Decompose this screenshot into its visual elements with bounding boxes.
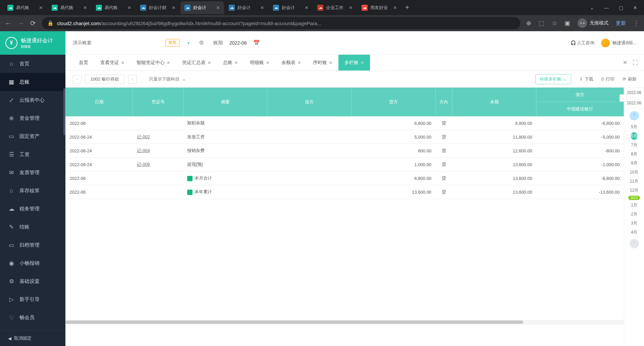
window-close-icon[interactable]: ✕ <box>633 5 637 10</box>
period-month[interactable]: 11月 <box>627 177 641 186</box>
table-row[interactable]: 2022-06-24 记-002 发放工资 5,000.00 贷 11,800.… <box>66 130 624 144</box>
extensions-icon[interactable]: ▣ <box>565 19 570 27</box>
tab-close-icon[interactable]: ✕ <box>266 60 269 65</box>
sidebar-item[interactable]: ☰ 工资 <box>0 145 65 163</box>
tab-close-icon[interactable]: ✕ <box>349 5 353 10</box>
fullscreen-icon[interactable]: ⛶ <box>633 60 638 66</box>
period-value[interactable]: 2022-06 <box>229 40 247 46</box>
new-tab-button[interactable]: + <box>402 4 413 11</box>
special-multi-column-button[interactable]: 特殊多栏账 ⌄ <box>535 74 571 84</box>
period-month[interactable]: 8月 <box>627 150 641 159</box>
consult-link[interactable]: 🎧 人工咨询 <box>571 40 595 46</box>
tab-close-icon[interactable]: ✕ <box>172 5 176 10</box>
period-month[interactable]: 12月 <box>627 186 641 195</box>
tab-close-icon[interactable]: ✕ <box>361 60 364 65</box>
sidebar-item[interactable]: ♡ 畅会员 <box>0 308 65 327</box>
window-maximize-icon[interactable]: ▢ <box>619 5 623 10</box>
browser-tab[interactable]: ☁ 好会计财 ✕ <box>136 1 180 14</box>
tab-close-icon[interactable]: ✕ <box>305 5 309 10</box>
tab-close-icon[interactable]: ✕ <box>127 5 131 10</box>
period-month[interactable]: 5月 <box>627 122 641 132</box>
sidebar-item[interactable]: ⊕ 资金管理 <box>0 109 65 127</box>
scroll-up-icon[interactable]: ˄ <box>630 111 639 120</box>
table-row[interactable]: 2022-06 本年累计 13,600.00 贷 13,600.00 -13,6… <box>66 185 624 199</box>
tab-close-icon[interactable]: ✕ <box>167 60 170 65</box>
window-dropdown-icon[interactable]: ⌄ <box>590 5 594 10</box>
account-set-label[interactable]: 演示账套 <box>73 40 92 46</box>
window-minimize-icon[interactable]: — <box>604 5 609 10</box>
page-tab[interactable]: 序时账✕ <box>307 55 338 70</box>
sidebar-item[interactable]: ▭ 归档管理 <box>0 236 65 254</box>
tab-close-icon[interactable]: ✕ <box>39 5 43 10</box>
sidebar-item[interactable]: ⤢ 云报表中心 <box>0 91 65 109</box>
page-tab[interactable]: 首页 <box>73 55 94 70</box>
address-bar[interactable]: 🔒 cloud2.chanjet.com /accounting/uh26t26… <box>42 17 520 29</box>
period-end[interactable]: 2022.06 <box>624 98 644 108</box>
tab-close-icon[interactable]: ✕ <box>234 60 238 65</box>
table-row[interactable]: 2022-06 期初余额 6,800.00 贷 6,800.00 -6,800.… <box>66 116 624 130</box>
print-button[interactable]: ⎙ 打印 <box>601 76 614 82</box>
sidebar-item[interactable]: ▷ 新手引导 <box>0 290 65 308</box>
page-tab[interactable]: 余额表✕ <box>275 55 307 70</box>
sidebar-item[interactable]: ☁ 税务管理 <box>0 200 65 218</box>
browser-tab[interactable]: ☁ 好会计 ✕ <box>269 1 313 14</box>
download-button[interactable]: ⇩ 下载 <box>579 76 593 82</box>
tab-close-icon[interactable]: ✕ <box>298 60 301 65</box>
voucher-link[interactable]: 记-004 <box>137 148 150 153</box>
tab-close-icon[interactable]: ✕ <box>121 60 124 65</box>
bookmark-icon[interactable]: ☆ <box>552 19 557 27</box>
tab-close-icon[interactable]: ✕ <box>208 60 211 65</box>
sidebar-item[interactable]: ✎ 结账 <box>0 218 65 236</box>
sidebar-item[interactable]: ▭ 固定资产 <box>0 127 65 145</box>
scrollbar-thumb[interactable] <box>65 320 523 324</box>
table-row[interactable]: 2022-06 本月合计 6,800.00 贷 13,600.00 -6,800… <box>66 171 624 185</box>
period-month[interactable]: 10月 <box>627 168 641 177</box>
browser-tab[interactable]: ☁ 用友好业 ✕ <box>358 1 401 14</box>
gear-icon[interactable]: ⚙ <box>199 39 204 46</box>
sidebar-unpin[interactable]: ◀ 取消固定 <box>0 330 65 346</box>
zoom-icon[interactable]: ⊕ <box>526 19 531 27</box>
period-month[interactable]: 3月 <box>631 219 637 228</box>
period-month[interactable]: 6月 <box>631 132 637 140</box>
sidebar-item[interactable]: ⚙ 基础设置 <box>0 272 65 290</box>
account-selector[interactable]: 1002 银行存款 <box>85 75 125 84</box>
sidebar-item[interactable]: ⌂ 库存核算 <box>0 182 65 200</box>
tab-close-icon[interactable]: ✕ <box>83 5 87 10</box>
update-button[interactable]: 更新 <box>616 20 626 27</box>
tab-close-icon[interactable]: ✕ <box>260 5 264 10</box>
table-row[interactable]: 2022-06-24 记-004 报销杂费 800.00 贷 12,600.00… <box>66 144 624 158</box>
browser-menu-icon[interactable]: ⋮ <box>633 19 639 27</box>
translate-icon[interactable]: ⬚ <box>539 19 544 27</box>
page-tab[interactable]: 明细账✕ <box>244 55 275 70</box>
tab-close-icon[interactable]: ✕ <box>393 5 397 10</box>
page-tab[interactable]: 多栏账✕ <box>338 55 370 70</box>
browser-tab[interactable]: ☁ 易代账 ✕ <box>92 1 136 14</box>
chevron-down-icon[interactable]: ▾ <box>187 41 190 45</box>
close-all-tabs-icon[interactable]: ✕ <box>623 59 627 66</box>
next-account-button[interactable]: › <box>128 75 137 84</box>
page-tab[interactable]: 智能凭证中心✕ <box>130 55 176 70</box>
voucher-link[interactable]: 记-002 <box>137 134 150 139</box>
disable-tag[interactable]: 禁用 <box>165 39 179 47</box>
forward-button[interactable]: → <box>17 19 24 27</box>
tab-close-icon[interactable]: ✕ <box>329 60 332 65</box>
reload-button[interactable]: ⟳ <box>30 19 36 27</box>
browser-tab[interactable]: ☁ 易代账 ✕ <box>48 1 91 14</box>
collapse-period-panel-icon[interactable]: › <box>620 94 627 102</box>
period-month[interactable]: 4月 <box>631 228 637 237</box>
sidebar-item[interactable]: ✉ 发票管理 <box>0 163 65 182</box>
prev-account-button[interactable]: ‹ <box>73 75 82 84</box>
page-tab[interactable]: 总账✕ <box>217 55 244 70</box>
browser-tab[interactable]: ☁ 好会计 ✕ <box>225 1 268 14</box>
filter-selector[interactable]: 只显示下级科目 ⌄ <box>149 76 186 82</box>
period-month[interactable]: 9月 <box>627 159 641 168</box>
period-month[interactable]: 1月 <box>631 201 637 210</box>
horizontal-scrollbar[interactable] <box>65 320 624 325</box>
sidebar-item[interactable]: ⌂ 首页 <box>0 55 65 73</box>
table-row[interactable]: 2022-06-24 记-006 提现[预] 1,000.00 贷 13,600… <box>66 158 624 171</box>
page-tab[interactable]: 凭证汇总表✕ <box>176 55 217 70</box>
calendar-icon[interactable]: 📅 <box>253 40 260 46</box>
page-tab[interactable]: 查看凭证✕ <box>94 55 130 70</box>
browser-tab[interactable]: ☁ 好会计 ✕ <box>180 1 224 14</box>
table-wrapper[interactable]: 日期 凭证号 摘要 借方 贷方 方向 余额 借方 中国建设银行 <box>65 88 624 346</box>
